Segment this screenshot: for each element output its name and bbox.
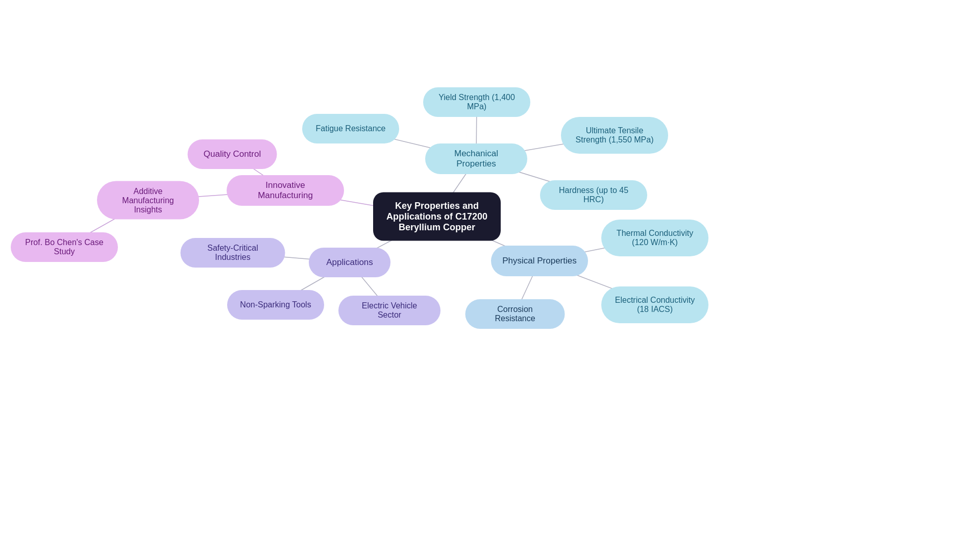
yield-strength-node[interactable]: Yield Strength (1,400 MPa) <box>423 87 530 117</box>
prof-case-study-node[interactable]: Prof. Bo Chen's Case Study <box>11 232 118 262</box>
center-node[interactable]: Key Properties and Applications of C1720… <box>373 193 501 241</box>
hardness-node[interactable]: Hardness (up to 45 HRC) <box>540 180 647 210</box>
corrosion-resistance-node[interactable]: Corrosion Resistance <box>465 299 565 329</box>
mechanical-properties-node[interactable]: Mechanical Properties <box>425 143 527 174</box>
quality-control-node[interactable]: Quality Control <box>188 139 277 169</box>
fatigue-resistance-node[interactable]: Fatigue Resistance <box>302 114 399 143</box>
applications-node[interactable]: Applications <box>309 248 390 277</box>
electric-vehicle-node[interactable]: Electric Vehicle Sector <box>338 296 440 325</box>
ultimate-tensile-node[interactable]: Ultimate Tensile Strength (1,550 MPa) <box>561 117 668 154</box>
non-sparking-node[interactable]: Non-Sparking Tools <box>227 290 324 320</box>
innovative-manufacturing-node[interactable]: Innovative Manufacturing <box>227 175 344 206</box>
additive-manufacturing-node[interactable]: Additive Manufacturing Insights <box>97 181 199 220</box>
thermal-conductivity-node[interactable]: Thermal Conductivity (120 W/m·K) <box>601 220 708 256</box>
connection-lines <box>0 0 980 553</box>
safety-critical-node[interactable]: Safety-Critical Industries <box>181 238 285 268</box>
physical-properties-node[interactable]: Physical Properties <box>491 246 588 276</box>
electrical-conductivity-node[interactable]: Electrical Conductivity (18 IACS) <box>601 286 708 323</box>
mindmap-container: Key Properties and Applications of C1720… <box>0 0 980 553</box>
